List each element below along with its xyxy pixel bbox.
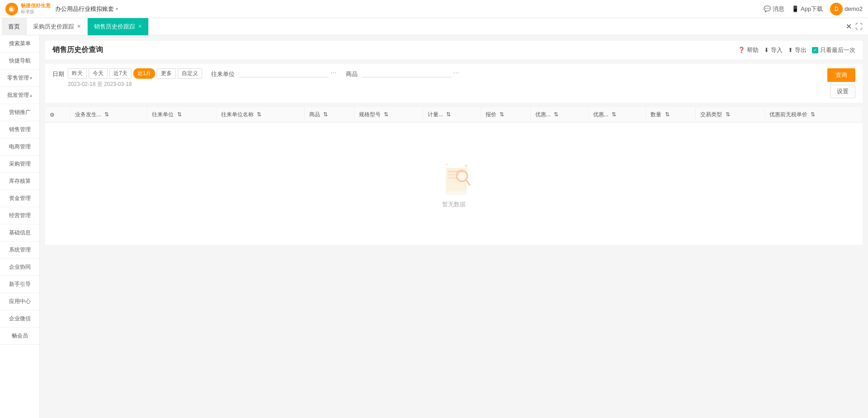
sidebar-item-wholesale-mgmt[interactable]: 批发管理 ▴ <box>0 87 39 104</box>
sidebar-item-quick-nav[interactable]: 快捷导航 <box>0 52 39 70</box>
partner-input[interactable] <box>238 68 329 77</box>
svg-text:畅: 畅 <box>9 7 13 11</box>
logo-text: 畅捷信好生意 <box>21 3 51 9</box>
help-label: 帮助 <box>747 46 759 54</box>
chevron-down-icon: ▾ <box>116 6 118 11</box>
goods-field: ··· <box>361 68 459 77</box>
sort-icon[interactable]: ⇅ <box>104 111 109 118</box>
svg-line-9 <box>466 180 470 185</box>
goods-picker-icon[interactable]: ··· <box>453 69 459 77</box>
sidebar-label-beginner: 新手引导 <box>9 281 31 287</box>
sidebar-item-sales-mgmt[interactable]: 销售管理 <box>0 121 39 138</box>
settings-button[interactable]: 设置 <box>830 85 855 98</box>
sort-icon[interactable]: ⇅ <box>177 111 182 118</box>
sidebar-item-app-center[interactable]: 应用中心 <box>0 293 39 310</box>
table-head: ⚙ 业务发生... ⇅ 往来单位 ⇅ 往来单位名称 ⇅ <box>45 107 863 123</box>
import-icon: ⬇ <box>764 47 769 53</box>
sidebar-item-wechat[interactable]: 企业微信 <box>0 310 39 328</box>
date-filter-label: 日期 <box>52 68 64 78</box>
sort-icon[interactable]: ⇅ <box>612 111 616 118</box>
sidebar-item-ecommerce[interactable]: 电商管理 <box>0 138 39 156</box>
company-name: 办公用品行业模拟账套 <box>55 5 114 13</box>
app-download-btn[interactable]: 📱 App下载 <box>792 5 823 13</box>
logo-area: 畅 畅捷信好生意 标准版 <box>5 3 51 15</box>
only-last-label: 只看最后一次 <box>820 46 855 54</box>
sort-icon[interactable]: ⇅ <box>384 111 388 118</box>
page-title: 销售历史价查询 <box>52 45 103 55</box>
page-header: 销售历史价查询 ❓ 帮助 ⬇ 导入 ⬆ 导出 ✓ 只看最后一次 <box>45 41 863 59</box>
tab-home[interactable]: 首页 <box>2 18 27 35</box>
help-btn[interactable]: ❓ 帮助 <box>738 46 759 54</box>
sidebar-item-beginner[interactable]: 新手引导 <box>0 276 39 293</box>
date-btn-custom[interactable]: 自定义 <box>178 68 202 79</box>
sidebar-item-finance[interactable]: 资金管理 <box>0 190 39 207</box>
goods-filter-label: 商品 <box>346 68 358 78</box>
date-btn-more[interactable]: 更多 <box>157 68 176 79</box>
filter-right: 查询 设置 <box>827 68 855 98</box>
tab-close-all-icon[interactable]: ✕ <box>846 22 852 31</box>
tab-purchase-close[interactable]: ✕ <box>77 24 81 29</box>
col-discount2: 优惠... ⇅ <box>588 107 646 123</box>
sort-icon[interactable]: ⇅ <box>257 111 261 118</box>
import-btn[interactable]: ⬇ 导入 <box>764 46 783 54</box>
sidebar-item-operations[interactable]: 经营管理 <box>0 207 39 224</box>
sidebar-item-inventory[interactable]: 库存核算 <box>0 173 39 190</box>
sort-icon[interactable]: ⇅ <box>323 111 328 118</box>
sort-icon[interactable]: ⇅ <box>446 111 451 118</box>
sort-icon[interactable]: ⇅ <box>811 111 815 118</box>
logo-icon: 畅 <box>5 3 18 15</box>
query-button[interactable]: 查询 <box>827 68 855 82</box>
sidebar-item-retail-mgmt[interactable]: 零售管理 ▾ <box>0 70 39 87</box>
top-bar: 畅 畅捷信好生意 标准版 办公用品行业模拟账套 ▾ 💬 消息 📱 App下载 D… <box>0 0 868 18</box>
partner-picker-icon[interactable]: ··· <box>330 69 336 77</box>
col-settings[interactable]: ⚙ <box>45 107 71 123</box>
sidebar: 搜索菜单 快捷导航 零售管理 ▾ 批发管理 ▴ 营销推广 销售管理 电商管理 采… <box>0 35 40 418</box>
date-range-text: 2023-02-18 至 2023-03-18 <box>68 81 202 88</box>
empty-illustration: ✦ ✦ <box>436 159 476 200</box>
date-filter-group: 日期 昨天 今天 近7天 近1月 更多 自定义 2023-02-18 至 202… <box>52 68 202 88</box>
sort-icon[interactable]: ⇅ <box>726 111 730 118</box>
date-btn-today[interactable]: 今天 <box>89 68 108 79</box>
date-btn-7days[interactable]: 近7天 <box>109 68 132 79</box>
sort-icon[interactable]: ⇅ <box>665 111 670 118</box>
tab-expand-icon[interactable]: ⛶ <box>855 23 863 31</box>
sidebar-item-marketing[interactable]: 营销推广 <box>0 104 39 121</box>
sort-icon[interactable]: ⇅ <box>554 111 558 118</box>
message-btn[interactable]: 💬 消息 <box>764 5 784 13</box>
date-btn-1month[interactable]: 近1月 <box>133 68 156 79</box>
sidebar-item-member[interactable]: 畅会员 <box>0 328 39 345</box>
sidebar-label-enterprise-collab: 企业协同 <box>9 264 31 270</box>
goods-input[interactable] <box>361 68 452 77</box>
page-actions: ❓ 帮助 ⬇ 导入 ⬆ 导出 ✓ 只看最后一次 <box>738 46 855 54</box>
tab-purchase-label: 采购历史价跟踪 <box>33 23 74 31</box>
empty-icon: ✦ ✦ <box>436 159 472 195</box>
sidebar-item-enterprise-collab[interactable]: 企业协同 <box>0 259 39 276</box>
sidebar-item-purchase[interactable]: 采购管理 <box>0 156 39 173</box>
sidebar-item-basic-info[interactable]: 基础信息 <box>0 224 39 242</box>
date-btn-yesterday[interactable]: 昨天 <box>68 68 87 79</box>
user-menu[interactable]: D demo2 <box>830 3 863 15</box>
table-header-row: ⚙ 业务发生... ⇅ 往来单位 ⇅ 往来单位名称 ⇅ <box>45 107 863 123</box>
tab-sales-history[interactable]: 销售历史价跟踪 ✕ <box>88 18 149 35</box>
message-label: 消息 <box>773 5 784 13</box>
sidebar-item-system[interactable]: 系统管理 <box>0 242 39 259</box>
col-pretax-price: 优惠前无税单价 ⇅ <box>764 107 862 123</box>
col-partner-name: 往来单位名称 ⇅ <box>216 107 304 123</box>
sidebar-label-system: 系统管理 <box>9 247 31 253</box>
company-selector[interactable]: 办公用品行业模拟账套 ▾ <box>55 5 759 13</box>
goods-filter-group: 商品 ··· <box>346 68 459 78</box>
date-buttons: 昨天 今天 近7天 近1月 更多 自定义 2023-02-18 至 2023-0… <box>68 68 202 88</box>
help-icon: ❓ <box>738 47 745 53</box>
sidebar-item-search-menu[interactable]: 搜索菜单 <box>0 35 39 52</box>
tab-home-label: 首页 <box>8 23 20 31</box>
gear-icon[interactable]: ⚙ <box>50 112 55 118</box>
empty-text: 暂无数据 <box>442 200 466 209</box>
tab-purchase-history[interactable]: 采购历史价跟踪 ✕ <box>27 18 88 35</box>
empty-state: ✦ ✦ 暂无数据 <box>45 123 863 245</box>
phone-icon: 📱 <box>792 5 799 12</box>
sort-icon[interactable]: ⇅ <box>500 111 504 118</box>
export-icon: ⬆ <box>788 47 793 53</box>
only-last-checkbox[interactable]: ✓ 只看最后一次 <box>812 46 855 54</box>
export-btn[interactable]: ⬆ 导出 <box>788 46 807 54</box>
tab-sales-close[interactable]: ✕ <box>138 24 142 29</box>
